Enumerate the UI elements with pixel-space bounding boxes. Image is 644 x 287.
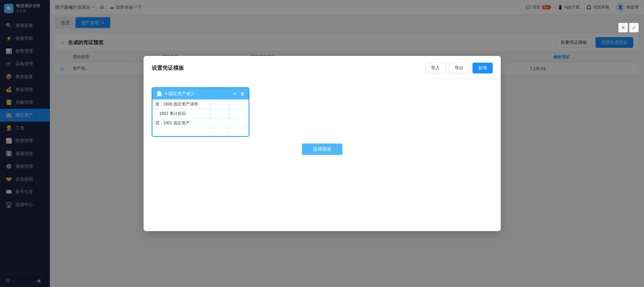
template-name: 5-固定资产减少 bbox=[165, 91, 195, 97]
template-credit-row-1: 贷：1601 固定资产 bbox=[152, 119, 248, 128]
window-expand-btn[interactable]: ⤢ bbox=[629, 23, 639, 32]
template-debit-row-1: 借：1606 固定资产清理 bbox=[152, 100, 248, 109]
template-debit-row-2: 1602 累计折旧 bbox=[152, 109, 248, 119]
template-card-header: 📄 5-固定资产减少 ✏ 🗑 bbox=[152, 88, 249, 99]
template-credit-val-1b bbox=[229, 119, 248, 128]
template-debit-val-1a bbox=[210, 100, 229, 109]
template-debit-val-2b bbox=[229, 109, 248, 119]
template-edit-icon[interactable]: ✏ bbox=[233, 91, 237, 96]
modal-dialog: 设置凭证模板 导入 导出 新增 × 📄 5-固定资产减少 ✏ 🗑 bbox=[144, 56, 501, 231]
template-credit-val-1a bbox=[210, 119, 229, 128]
template-empty-row bbox=[152, 128, 248, 136]
template-table: 借：1606 固定资产清理 1602 累计折旧 贷：1601 固定资产 bbox=[152, 99, 249, 136]
template-delete-icon[interactable]: 🗑 bbox=[240, 91, 245, 96]
window-close-btn[interactable]: ✕ bbox=[618, 23, 628, 32]
export-btn[interactable]: 导出 bbox=[449, 63, 469, 73]
select-template-btn[interactable]: 选择模板 bbox=[302, 144, 342, 155]
modal-overlay: ✕ ⤢ 设置凭证模板 导入 导出 新增 × 📄 5-固定资产减少 ✏ bbox=[0, 0, 644, 287]
window-controls-bar: ✕ ⤢ bbox=[613, 20, 644, 35]
modal-header-actions: 导入 导出 新增 bbox=[425, 63, 493, 73]
template-credit-label-1: 贷：1601 固定资产 bbox=[152, 119, 210, 128]
template-empty-1 bbox=[152, 128, 210, 136]
template-empty-3 bbox=[229, 128, 248, 136]
template-header-actions: ✏ 🗑 bbox=[233, 91, 245, 96]
template-card: 📄 5-固定资产减少 ✏ 🗑 借：1606 固定资产清理 bbox=[152, 87, 249, 137]
modal-close-btn[interactable]: × bbox=[491, 63, 494, 69]
template-debit-val-1b bbox=[229, 100, 248, 109]
template-empty-2 bbox=[210, 128, 229, 136]
template-debit-label-1: 借：1606 固定资产清理 bbox=[152, 100, 210, 109]
template-doc-icon: 📄 bbox=[156, 91, 162, 96]
modal-body: 📄 5-固定资产减少 ✏ 🗑 借：1606 固定资产清理 bbox=[144, 79, 501, 163]
template-debit-label-2: 1602 累计折旧 bbox=[152, 109, 210, 119]
template-debit-val-2a bbox=[210, 109, 229, 119]
modal-header: 设置凭证模板 导入 导出 新增 × bbox=[144, 56, 501, 79]
import-btn[interactable]: 导入 bbox=[425, 63, 446, 73]
modal-title: 设置凭证模板 bbox=[152, 65, 184, 72]
new-template-btn[interactable]: 新增 bbox=[472, 63, 493, 73]
